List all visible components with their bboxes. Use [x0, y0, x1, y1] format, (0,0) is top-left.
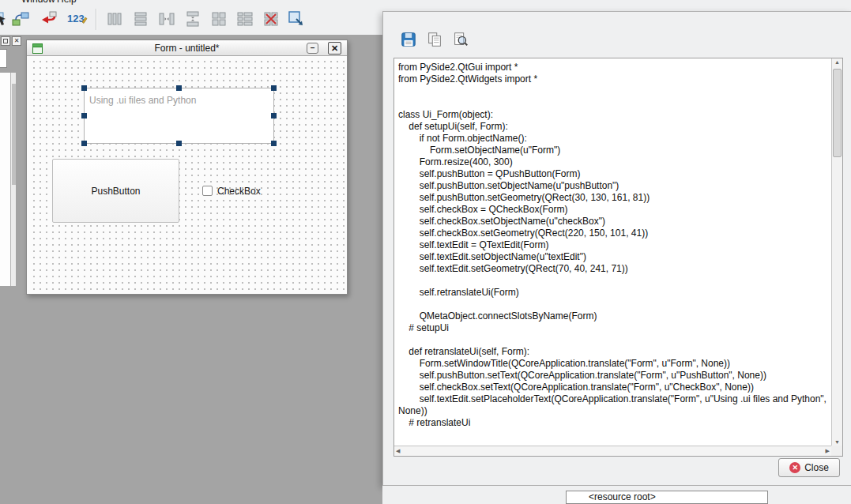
widgetbox-panel-fragment — [0, 73, 10, 286]
layout-grid-icon[interactable] — [209, 9, 228, 29]
selection-handle-nw[interactable] — [81, 85, 87, 91]
checkbox-label: CheckBox — [217, 186, 261, 197]
toolbar-separator — [96, 9, 97, 30]
edit-tab-order-icon[interactable]: 123 — [66, 9, 88, 29]
mdi-area: ✕ Form - untitled* – ✕ Using .ui files a… — [0, 35, 382, 504]
horizontal-scrollbar[interactable]: ◀ ▶ — [394, 446, 831, 456]
scrollbar-corner — [831, 446, 842, 456]
menu-window[interactable]: Window — [21, 0, 55, 5]
find-icon[interactable] — [451, 30, 470, 49]
svg-text:123: 123 — [67, 13, 85, 24]
resource-browser-fragment: <resource root> — [382, 486, 851, 504]
checkbox-indicator[interactable] — [202, 186, 213, 196]
filter-input-fragment[interactable] — [0, 49, 7, 68]
break-layout-icon[interactable] — [262, 9, 281, 29]
widgetbox-scrollbar[interactable] — [10, 73, 16, 286]
code-editor[interactable]: from PySide2.QtGui import * from PySide2… — [393, 58, 843, 457]
dock-float-button[interactable] — [1, 36, 10, 46]
selection-handle-ne[interactable] — [271, 85, 277, 91]
edit-widgets-icon[interactable] — [0, 9, 9, 29]
dialog-close-button[interactable]: ✕ Close — [778, 458, 840, 477]
scrollbar-thumb[interactable] — [12, 84, 16, 185]
main-toolbar: 123 — [0, 6, 382, 35]
selection-handle-sw[interactable] — [81, 141, 87, 146]
code-preview-dialog: from PySide2.QtGui import * from PySide2… — [382, 11, 851, 486]
minimize-button[interactable]: – — [307, 43, 318, 54]
pushbutton-widget[interactable]: PushButton — [52, 159, 179, 223]
dock-close-button[interactable]: ✕ — [12, 36, 21, 46]
selection-handle-se[interactable] — [271, 141, 277, 146]
form-window-title: Form - untitled* — [27, 43, 347, 54]
menu-bar: Window Help — [0, 0, 851, 6]
layout-splitter-vertical-icon[interactable] — [183, 9, 202, 29]
layout-splitter-horizontal-icon[interactable] — [157, 9, 176, 29]
close-button[interactable]: ✕ — [328, 42, 341, 55]
layout-vertical-icon[interactable] — [131, 9, 150, 29]
scroll-right-icon[interactable]: ▶ — [826, 448, 830, 454]
checkbox-widget[interactable]: CheckBox — [202, 175, 282, 207]
save-icon[interactable] — [399, 30, 418, 49]
copy-icon[interactable] — [425, 30, 444, 49]
float-icon — [3, 39, 8, 43]
form-editor-window: Form - untitled* – ✕ Using .ui files and… — [26, 39, 348, 295]
scroll-left-icon[interactable]: ◀ — [396, 448, 400, 454]
vertical-scrollbar[interactable]: ▲ ▼ — [831, 58, 842, 446]
close-circle-icon: ✕ — [789, 462, 800, 473]
form-window-titlebar[interactable]: Form - untitled* – ✕ — [27, 40, 347, 56]
edit-signals-slots-icon[interactable] — [11, 9, 30, 29]
edit-buddies-icon[interactable] — [40, 9, 58, 29]
selection-handle-w[interactable] — [81, 113, 87, 118]
selection-handle-s[interactable] — [176, 141, 182, 146]
vertical-scrollbar-thumb[interactable] — [833, 69, 842, 157]
close-button-label: Close — [804, 462, 829, 473]
scroll-up-icon[interactable]: ▲ — [832, 59, 842, 65]
generated-code[interactable]: from PySide2.QtGui import * from PySide2… — [394, 58, 831, 446]
textedit-widget[interactable]: Using .ui files and Python — [84, 88, 274, 144]
resource-root-item[interactable]: <resource root> — [566, 491, 768, 504]
textedit-placeholder: Using .ui files and Python — [89, 95, 196, 106]
form-canvas[interactable]: Using .ui files and Python PushButton Ch… — [28, 56, 347, 294]
layout-form-icon[interactable] — [235, 9, 254, 29]
selection-handle-e[interactable] — [271, 113, 277, 118]
layout-horizontal-icon[interactable] — [105, 9, 124, 29]
scroll-down-icon[interactable]: ▼ — [832, 439, 842, 445]
adjust-size-icon[interactable] — [287, 9, 306, 29]
menu-help[interactable]: Help — [57, 0, 77, 5]
selection-handle-n[interactable] — [176, 85, 182, 91]
